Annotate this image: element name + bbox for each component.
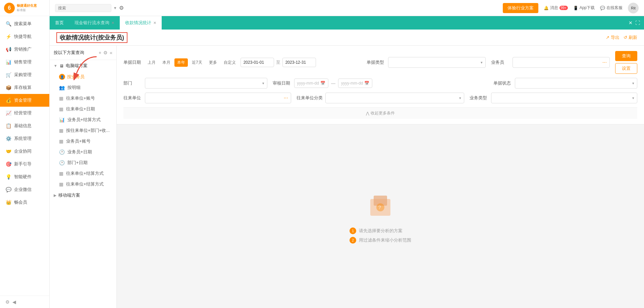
date-field: 单据日期 上月 本月 本年 近7天 更多 自定义 2023- [123,58,361,67]
step-1-num: 1 [350,227,356,234]
voucher-status-dropdown-icon: ▾ [632,81,634,86]
setting-btn[interactable]: 设置 [615,63,637,74]
sidebar-item-basic-info[interactable]: 📋 基础信息 [0,119,49,132]
tab-collection-stats-close[interactable]: ✕ [153,21,156,25]
sidebar-item-member[interactable]: 👑 畅会员 [0,196,49,209]
tree-item-dept-date[interactable]: 🕐 部门+日期 [50,157,116,168]
counterpart-more-icon[interactable]: ··· [284,95,288,101]
salesperson-input[interactable]: ··· [513,57,610,68]
salesperson-more-icon[interactable]: ··· [602,59,607,65]
review-date-start-input[interactable]: yyyy-mm-dd 📅 [294,79,328,88]
tree-item-counterpart-settlement2[interactable]: ▦ 往来单位+结算方式 [50,179,116,190]
voucher-status-label: 单据状态 [493,80,512,86]
business-type-label: 业务类型 [470,95,488,101]
refresh-icon: ↺ [624,35,627,40]
cs1-item-icon: ▦ [59,171,63,176]
search-input[interactable] [55,4,111,12]
date-tab-more[interactable]: 更多 [206,58,220,67]
sidebar-item-enterprise[interactable]: 🤝 企业协同 [0,145,49,158]
notifications-btn[interactable]: 🔔 消息 99+ [544,5,568,11]
tree-group-desktop-header[interactable]: ▼ 🖥 电脑端方案 [50,60,116,71]
panel-header: 按以下方案查询 + ⚙ « [50,46,116,60]
search-form: 单据日期 上月 本月 本年 近7天 更多 自定义 2023- [117,46,644,124]
tree-group-expand-icon: ▼ [54,64,57,68]
date-tab-this-year[interactable]: 本年 [174,58,188,67]
service-icon: 💬 [600,6,605,10]
form-row-3: 往来单位 ··· 往来单位分类 ▾ 业务类型 [123,93,637,103]
date-start-input[interactable]: 2023-01-01 [240,58,274,67]
sidebar-item-operation[interactable]: 📈 经营管理 [0,107,49,119]
business-type-field: 业务类型 ▾ [470,93,637,103]
sidebar-item-smart-hw[interactable]: 💡 智能硬件 [0,170,49,183]
date-end-input[interactable]: 2023-12-31 [282,58,316,67]
tree-item-salesperson-account[interactable]: ▦ 业务员+账号 [50,136,116,147]
breadcrumb-dropdown-btn[interactable]: ▾ [114,5,116,10]
counterpart-input[interactable]: ··· [145,93,291,103]
sidebar-item-guide[interactable]: 🎯 新手引导 [0,158,49,170]
settings-footer-btn[interactable]: ⚙ [5,299,10,305]
date-tab-this-month[interactable]: 本月 [160,58,173,67]
sidebar-logo: 6 畅捷通好生意 标准版 [0,0,49,16]
sidebar-item-sales[interactable]: 📊 销售管理 [0,56,49,68]
collapse-sidebar-btn[interactable]: ◀ [12,299,16,305]
inventory-icon: 📦 [5,85,11,91]
tree-item-by-detail[interactable]: 👥 按明细 [50,82,116,93]
tree-group-mobile-header[interactable]: ▶ 移动端方案 [50,190,116,201]
counterpart-field: 往来单位 ··· [123,93,291,103]
date-tab-custom[interactable]: 自定义 [221,58,238,67]
tab-bank-flow-close[interactable]: ✕ [111,21,114,25]
tree-item-salesperson-settlement[interactable]: 📊 业务员+结算方式 [50,114,116,125]
tab-bank-flow[interactable]: 现金银行流水查询 ✕ [69,16,120,30]
tree-item-salesperson-date[interactable]: 🕐 业务员+日期 [50,147,116,157]
dept-label: 部门 [123,80,142,86]
sidebar-item-wechat[interactable]: 💬 企业微信 [0,183,49,196]
app-download-btn[interactable]: 📱 App下载 [573,5,595,11]
sidebar-item-marketing[interactable]: 📢 营销推广 [0,43,49,56]
close-window-btn[interactable]: ✕ [629,20,633,25]
sidebar-item-search-menu[interactable]: 🔍 搜索菜单 [0,17,49,30]
sidebar-item-inventory[interactable]: 📦 库存核算 [0,81,49,94]
query-btn[interactable]: 查询 [615,51,637,61]
date-tab-last-7[interactable]: 近7天 [189,58,205,67]
counterpart-type-dropdown-icon: ▾ [459,96,461,100]
refresh-btn[interactable]: ↺ 刷新 [624,35,637,41]
form-row-2: 部门 ▾ 审核日期 yyyy-mm-dd 📅 — [123,78,637,89]
tree-item-counterpart-dept[interactable]: ▦ 按往来单位+部门+收... [50,125,116,136]
tree-item-counterpart-settlement1[interactable]: ▦ 往来单位+结算方式 [50,168,116,179]
collapse-bar[interactable]: ⋀ 收起更多条件 [123,107,637,119]
topbar-settings-icon[interactable]: ⚙ [119,5,124,11]
date-tab-last-month[interactable]: 上月 [145,58,158,67]
dept-input[interactable]: ▾ [145,78,267,89]
tree-item-by-salesperson[interactable]: 👤 按业务员 [50,71,116,82]
counterpart-type-input[interactable]: ▾ [325,93,464,103]
scheme-settings-btn[interactable]: ⚙ [103,50,108,55]
export-btn[interactable]: ↗ 导出 [606,35,620,41]
online-service-btn[interactable]: 💬 在线客服 [600,5,623,11]
tree-item-counterpart-account[interactable]: ▦ 往来单位+账号 [50,93,116,104]
panel-collapse-btn[interactable]: « [110,50,112,55]
sidebar-item-quick-nav[interactable]: ⚡ 快捷导航 [0,30,49,43]
business-type-input[interactable]: ▾ [491,93,637,103]
page-header: 收款情况统计(按业务员) ↗ 导出 ↺ 刷新 [50,30,644,46]
sidebar-item-finance[interactable]: 💰 资金管理 [0,94,49,107]
user-avatar[interactable]: Rit [628,3,639,13]
tree-item-counterpart-date[interactable]: ▦ 往来单位+日期 [50,104,116,114]
tab-collection-stats[interactable]: 收款情况统计 ✕ [120,16,162,30]
page-header-actions: ↗ 导出 ↺ 刷新 [606,35,637,41]
cd-item-icon: ▦ [59,106,63,112]
trial-btn[interactable]: 体验行业方案 [503,3,538,13]
content-area: 按以下方案查询 + ⚙ « [50,46,644,308]
sidebar-item-system[interactable]: ⚙️ 系统管理 [0,132,49,145]
tab-home[interactable]: 首页 [50,16,69,30]
guide-icon: 🎯 [5,161,11,167]
sidebar-item-purchase[interactable]: 🛒 采购管理 [0,68,49,81]
step-2-num: 2 [350,237,356,244]
add-scheme-btn[interactable]: + [99,50,101,55]
logo-text: 畅捷通好生意 标准版 [17,3,37,12]
voucher-type-input[interactable]: ▾ [388,57,486,68]
voucher-status-input[interactable]: ▾ [515,78,637,89]
maximize-window-btn[interactable]: ⛶ [635,20,640,25]
review-date-end-input[interactable]: yyyy-mm-dd 📅 [338,79,372,88]
empty-step-2: 2 用过滤条件来缩小分析范围 [350,237,411,244]
panel-label: 按以下方案查询 [54,50,84,56]
